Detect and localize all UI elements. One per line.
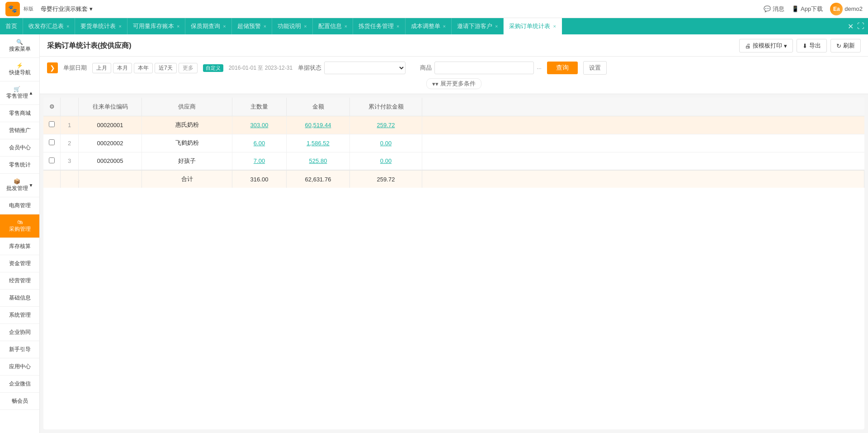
th-settings[interactable]: ⚙ (43, 98, 61, 116)
date-chip-7days[interactable]: 近7天 (155, 63, 177, 73)
tab-config-info[interactable]: 配置信息 × (313, 18, 353, 34)
date-filter-label: 单据日期 (63, 64, 87, 72)
date-chip-last-month[interactable]: 上月 (92, 63, 111, 73)
tab-overstock-warning[interactable]: 超储预警 × (232, 18, 272, 34)
status-select[interactable] (324, 62, 406, 74)
app-download-btn[interactable]: 📱 App下载 (792, 5, 823, 13)
td-amount[interactable]: 1,586.52 (287, 134, 350, 152)
sidebar-item-retail[interactable]: 🛒 零售管理 ▲ (0, 81, 39, 105)
td-qty[interactable]: 303.00 (232, 116, 287, 134)
td-paid[interactable]: 259.72 (350, 116, 422, 134)
td-paid[interactable]: 0.00 (350, 152, 422, 170)
tab-purchase-summary[interactable]: 采购订单统计表 × (504, 18, 561, 34)
tab-close-all-icon[interactable]: ✕ (848, 22, 854, 31)
date-chips: 上月 本月 本年 近7天 更多 (92, 63, 198, 73)
table-row: 1 00020001 惠氏奶粉 303.00 60,519.44 259.72 (43, 116, 864, 134)
tab-invite-downstream-close[interactable]: × (495, 24, 498, 29)
sidebar-item-inventory[interactable]: 库存核算 (0, 238, 39, 255)
top-bar: 🐾 标版 母婴行业演示账套 ▾ 💬 消息 📱 App下载 Ea demo2 (0, 0, 868, 18)
td-amount[interactable]: 60,519.44 (287, 116, 350, 134)
custom-date-badge[interactable]: 自定义 (203, 64, 223, 72)
tab-available-stock-close[interactable]: × (177, 24, 179, 29)
filter-row: ❯ 单据日期 上月 本月 本年 近7天 更多 自定义 2016-01-01 至 … (47, 61, 861, 75)
app-download-icon: 📱 (792, 5, 799, 12)
td-amount[interactable]: 525.80 (287, 152, 350, 170)
settings-button[interactable]: 设置 (583, 61, 607, 75)
sidebar-item-new-guide[interactable]: 新手引导 (0, 341, 39, 358)
retail-arrow-icon: ▲ (29, 90, 33, 95)
tab-purchase-summary-close[interactable]: × (553, 24, 556, 29)
td-qty[interactable]: 6.00 (232, 134, 287, 152)
tab-cost-adjust[interactable]: 成本调整单 × (406, 18, 452, 34)
sidebar-item-retail-mall[interactable]: 零售商城 (0, 105, 39, 122)
row-checkbox[interactable] (49, 157, 55, 163)
sidebar-item-retail-stats[interactable]: 零售统计 (0, 157, 39, 174)
sidebar-item-system[interactable]: 系统管理 (0, 307, 39, 324)
tab-function-desc-close[interactable]: × (304, 24, 307, 29)
status-filter-container: 单据状态 (298, 62, 406, 74)
sidebar-item-operation[interactable]: 经营管理 (0, 272, 39, 290)
td-qty[interactable]: 7.00 (232, 152, 287, 170)
tab-invite-downstream[interactable]: 邀请下游客户 × (452, 18, 504, 34)
tab-demand-summary-label: 要货单统计表 (80, 22, 116, 30)
tab-expiry-query-close[interactable]: × (223, 24, 226, 29)
tab-pick-task[interactable]: 拣货任务管理 × (353, 18, 405, 34)
tab-expiry-query[interactable]: 保质期查询 × (185, 18, 231, 34)
td-checkbox[interactable] (43, 116, 61, 134)
tab-maximize-icon[interactable]: ⛶ (857, 22, 864, 30)
sidebar-item-finance[interactable]: 资金管理 (0, 255, 39, 272)
tab-pick-task-label: 拣货任务管理 (359, 22, 394, 30)
refresh-button[interactable]: ↻ 刷新 (830, 39, 861, 52)
filter-toggle-button[interactable]: ❯ (47, 62, 58, 73)
tab-demand-summary[interactable]: 要货单统计表 × (75, 18, 127, 34)
workspace-selector[interactable]: 母婴行业演示账套 ▾ (37, 3, 96, 15)
row-checkbox[interactable] (49, 121, 55, 127)
td-paid[interactable]: 0.00 (350, 134, 422, 152)
td-seq: 3 (61, 152, 79, 170)
sidebar-item-search[interactable]: 🔍 搜索菜单 (0, 34, 39, 58)
row-checkbox[interactable] (49, 139, 55, 145)
export-button[interactable]: ⬇ 导出 (797, 39, 827, 52)
sidebar-item-enterprise-collab[interactable]: 企业协同 (0, 324, 39, 341)
sidebar-item-ecommerce[interactable]: 电商管理 (0, 197, 39, 214)
date-chip-more[interactable]: 更多 (179, 63, 198, 73)
tab-available-stock[interactable]: 可用量库存账本 × (127, 18, 185, 34)
th-seq (61, 98, 79, 116)
tab-config-info-close[interactable]: × (344, 24, 347, 29)
template-print-button[interactable]: 🖨 按模板打印 ▾ (739, 39, 793, 52)
sidebar-item-wholesale[interactable]: 📦 批发管理 ▼ (0, 174, 39, 197)
tab-home[interactable]: 首页 (0, 18, 23, 34)
tab-collect-summary[interactable]: 收发存汇总表 × (23, 18, 75, 34)
sidebar-item-vip[interactable]: 畅会员 (0, 393, 39, 410)
table-container: ⚙ 往来单位编码 供应商 主数量 金额 累计付款金额 1 00020001 惠氏… (43, 98, 864, 429)
message-icon: 💬 (764, 5, 771, 12)
date-chip-this-year[interactable]: 本年 (134, 63, 153, 73)
td-checkbox[interactable] (43, 152, 61, 170)
content-area: 采购订单统计表(按供应商) 🖨 按模板打印 ▾ ⬇ 导出 ↻ 刷新 (40, 34, 868, 433)
sidebar-item-basic-info[interactable]: 基础信息 (0, 290, 39, 307)
sidebar-item-enterprise-wechat[interactable]: 企业微信 (0, 376, 39, 393)
sidebar-item-quick-nav[interactable]: ⚡ 快捷导航 (0, 58, 39, 81)
tab-demand-summary-close[interactable]: × (118, 24, 121, 29)
user-menu-btn[interactable]: Ea demo2 (830, 3, 863, 15)
td-checkbox[interactable] (43, 134, 61, 152)
sidebar-item-app-center[interactable]: 应用中心 (0, 358, 39, 376)
tab-collect-summary-close[interactable]: × (66, 24, 69, 29)
sidebar-item-marketing[interactable]: 营销推广 (0, 122, 39, 139)
tab-cost-adjust-close[interactable]: × (443, 24, 446, 29)
avatar-text: Ea (833, 6, 840, 12)
th-paid: 累计付款金额 (350, 98, 422, 116)
sidebar-item-purchase[interactable]: 🛍 采购管理 (0, 214, 39, 238)
top-bar-left: 🐾 标版 母婴行业演示账套 ▾ (5, 2, 96, 16)
message-btn[interactable]: 💬 消息 (764, 5, 784, 13)
goods-more-icon[interactable]: ··· (537, 65, 542, 71)
sidebar-item-member[interactable]: 会员中心 (0, 139, 39, 157)
tab-function-desc[interactable]: 功能说明 × (272, 18, 312, 34)
query-button[interactable]: 查询 (547, 62, 578, 74)
goods-search-input[interactable] (434, 62, 534, 74)
date-chip-this-month[interactable]: 本月 (113, 63, 132, 73)
tab-overstock-warning-close[interactable]: × (264, 24, 266, 29)
expand-more-button[interactable]: ▾▾ 展开更多条件 (426, 78, 481, 89)
tab-pick-task-close[interactable]: × (396, 24, 399, 29)
message-label: 消息 (773, 5, 784, 13)
